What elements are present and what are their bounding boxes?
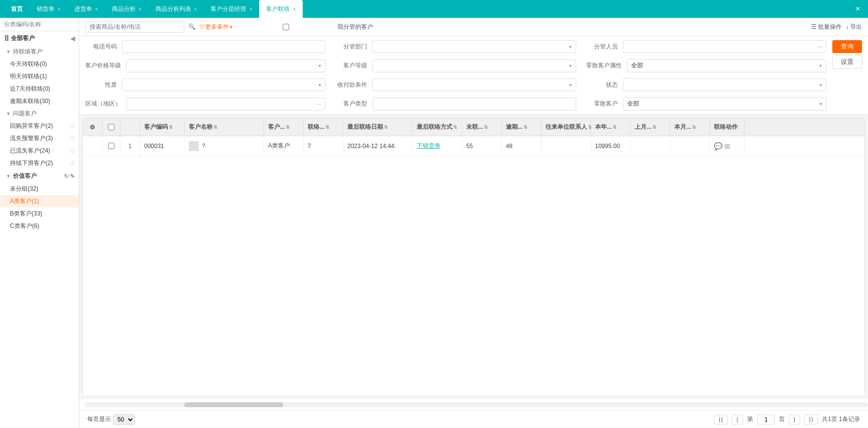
td-checkbox[interactable]	[103, 136, 120, 156]
tab-customer-tier-close[interactable]: ×	[249, 6, 252, 12]
sidebar-item-class-a[interactable]: A类客户(1)	[0, 195, 79, 208]
th-last-month[interactable]: 上月... ⇅	[631, 118, 670, 136]
chat-icon[interactable]: 💬	[714, 142, 722, 150]
week-pending-label: 近7天待联络(0)	[10, 85, 50, 93]
problem-customers-group[interactable]: ▼ 问题客户	[0, 107, 79, 120]
select-all-checkbox[interactable]	[108, 124, 114, 130]
th-unit-contact[interactable]: 往来单位联系人 ⇅	[542, 118, 591, 136]
tab-sales[interactable]: 销货单 ×	[30, 0, 67, 18]
sidebar-item-class-c[interactable]: C类客户(6)	[0, 220, 79, 232]
status-select[interactable]: ▾	[623, 78, 826, 91]
first-page-btn[interactable]: ⟨⟨	[714, 415, 728, 425]
sidebar-collapse-icon[interactable]: ◀	[70, 35, 75, 42]
not-contact-sort-icon: ⇅	[484, 125, 488, 130]
th-not-contact[interactable]: 未联... ⇅	[462, 118, 502, 136]
page-input[interactable]	[757, 415, 775, 425]
prev-page-btn[interactable]: ⟨	[732, 415, 743, 425]
dept-select[interactable]: ▾	[372, 40, 576, 53]
dept-chevron-icon: ▾	[569, 44, 572, 50]
td-gear	[83, 136, 103, 156]
refresh-icon[interactable]: ↻	[64, 173, 69, 180]
sidebar-item-unclassified[interactable]: 未分组(32)	[0, 183, 79, 195]
tab-product-analysis-list-close[interactable]: ×	[194, 6, 197, 12]
row-last-method-link[interactable]: 下销货单	[417, 142, 440, 150]
window-close-button[interactable]: ×	[852, 4, 864, 13]
filter-bar: 🔍 ▽ 更多条件 ▾ 我分管的客户 ☰ 批量操作 ↓ 导出	[79, 18, 868, 36]
customer-avatar	[189, 141, 199, 151]
info-icon-churn-warning: ⓘ	[70, 135, 75, 142]
price-level-select[interactable]: ▾	[126, 59, 326, 72]
my-customers-checkbox[interactable]	[236, 24, 335, 30]
phone-input[interactable]	[122, 40, 326, 53]
sidebar-item-week-pending[interactable]: 近7天待联络(0)	[0, 83, 79, 95]
export-btn[interactable]: ↓ 导出	[846, 23, 862, 31]
my-customers-checkbox-label[interactable]: 我分管的客户	[236, 23, 373, 31]
th-this-month-label: 本月...	[674, 123, 691, 131]
tab-sales-close[interactable]: ×	[57, 6, 60, 12]
pending-contact-group[interactable]: ▼ 待联络客户	[0, 46, 79, 58]
th-action: 联络动作	[710, 118, 745, 136]
batch-ops-btn[interactable]: ☰ 批量操作	[811, 23, 842, 31]
sidebar-item-overdue-pending[interactable]: 逾期未联络(30)	[0, 95, 79, 107]
sidebar-item-today-pending[interactable]: 今天待联络(0)	[0, 58, 79, 70]
th-code[interactable]: 客户编码 ⇅	[140, 118, 185, 136]
th-class[interactable]: 客户... ⇅	[264, 118, 304, 136]
th-name[interactable]: 客户名称 ⇅	[185, 118, 264, 136]
th-contact[interactable]: 联络... ⇅	[304, 118, 343, 136]
this-month-sort-icon: ⇅	[692, 125, 696, 130]
customer-type-select[interactable]	[372, 98, 576, 110]
last-date-sort-icon: ⇅	[384, 125, 388, 130]
per-page-select[interactable]: 50	[113, 414, 135, 425]
row-checkbox[interactable]	[108, 143, 114, 149]
status-chevron-icon: ▾	[819, 82, 822, 88]
th-name-label: 客户名称	[189, 123, 213, 131]
th-overdue[interactable]: 逾期... ⇅	[502, 118, 542, 136]
tab-home[interactable]: 首页	[4, 0, 30, 18]
th-last-method[interactable]: 最后联络方式 ⇅	[413, 118, 462, 136]
info-icon-churned: ⓘ	[70, 148, 75, 155]
tab-product-analysis-close[interactable]: ×	[139, 6, 142, 12]
query-button[interactable]: 查询	[832, 40, 862, 53]
gender-select[interactable]: ▾	[122, 78, 326, 91]
settings-button[interactable]: 设置	[832, 55, 862, 69]
person-select[interactable]: ···	[623, 40, 826, 53]
tab-purchase[interactable]: 进货单 ×	[67, 0, 105, 18]
sidebar-item-churned[interactable]: 已流失客户(24) ⓘ	[0, 145, 79, 157]
problem-arrow-icon: ▼	[6, 111, 11, 116]
filter-search-icon[interactable]: 🔍	[188, 23, 196, 30]
scroll-thumb[interactable]	[184, 402, 283, 407]
th-checkbox[interactable]	[103, 118, 120, 136]
retail-customer-select[interactable]: 全部 ▾	[623, 97, 826, 110]
more-conditions-btn[interactable]: ▽ 更多条件 ▾	[200, 23, 232, 31]
sidebar-item-repurchase-anomaly[interactable]: 回购异常客户(2) ⓘ	[0, 120, 79, 132]
th-this-year[interactable]: 本年... ⇅	[591, 118, 631, 136]
value-customers-group[interactable]: ▼ 价值客户 ↻ ✎	[0, 169, 79, 183]
tab-purchase-close[interactable]: ×	[95, 6, 98, 12]
qr-icon[interactable]: ⊞	[724, 142, 730, 150]
last-page-btn[interactable]: ⟩⟩	[804, 415, 818, 425]
retail-attr-select[interactable]: 全部 ▾	[627, 59, 826, 72]
next-page-btn[interactable]: ⟩	[789, 415, 800, 425]
sidebar-item-declining[interactable]: 持续下滑客户(2) ⓘ	[0, 157, 79, 169]
customer-level-select[interactable]: ▾	[372, 59, 576, 72]
search-input[interactable]	[85, 21, 184, 33]
sidebar-search-input[interactable]	[4, 21, 78, 28]
sidebar-item-churn-warning[interactable]: 流失预警客户(3) ⓘ	[0, 132, 79, 145]
horizontal-scrollbar[interactable]	[85, 402, 868, 407]
th-this-month[interactable]: 本月... ⇅	[670, 118, 710, 136]
export-label: 导出	[850, 23, 862, 31]
sidebar-search-box: 🔍	[0, 18, 79, 31]
tab-customer-contact-close[interactable]: ×	[293, 6, 296, 12]
sidebar-item-class-b[interactable]: B类客户(33)	[0, 208, 79, 220]
th-last-date[interactable]: 最后联络日期 ⇅	[343, 118, 413, 136]
payment-select[interactable]: ▾	[372, 78, 576, 91]
all-customers-header[interactable]: ⠿ 全部客户 ◀	[0, 31, 79, 46]
tab-product-analysis-list[interactable]: 商品分析列表 ×	[149, 0, 204, 18]
tab-product-analysis[interactable]: 商品分析 ×	[105, 0, 149, 18]
region-select[interactable]: ···	[126, 98, 326, 110]
edit-icon[interactable]: ✎	[70, 173, 75, 180]
sidebar-item-tomorrow-pending[interactable]: 明天待联络(1)	[0, 70, 79, 83]
tab-customer-tier[interactable]: 客户分层经营 ×	[204, 0, 259, 18]
th-settings[interactable]: ⚙	[83, 118, 103, 136]
tab-customer-contact[interactable]: 客户联络 ×	[259, 0, 303, 18]
